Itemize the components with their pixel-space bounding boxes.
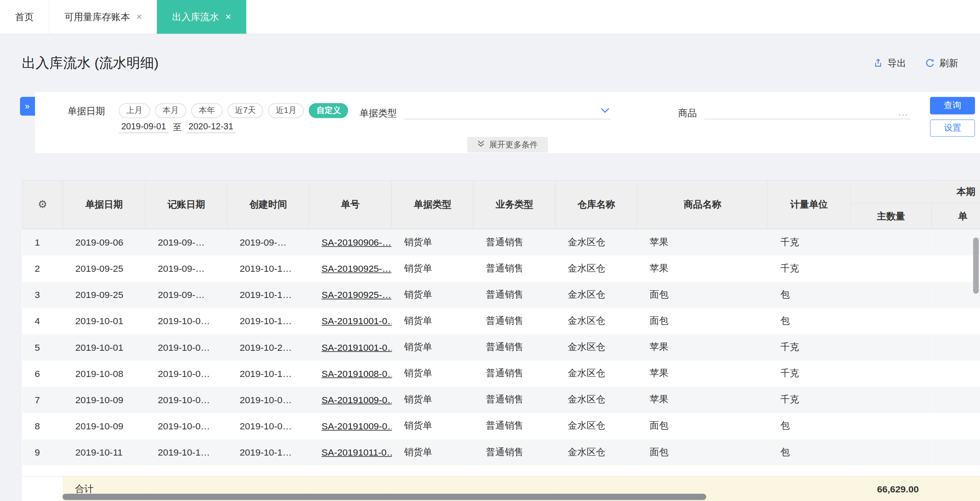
export-button[interactable]: 导出 bbox=[873, 57, 906, 69]
cell-created: 2019-10-1… bbox=[227, 255, 309, 282]
cell-product: 苹果 bbox=[637, 334, 768, 360]
cell-main-qty bbox=[850, 282, 931, 308]
tab[interactable]: 首页 bbox=[0, 0, 49, 34]
date-from-input[interactable]: 2019-09-01 bbox=[119, 121, 169, 133]
row-number: 3 bbox=[22, 282, 63, 308]
cell-warehouse: 金水区仓 bbox=[555, 255, 637, 282]
header-actions: 导出 刷新 bbox=[873, 57, 958, 69]
settings-button[interactable]: 设置 bbox=[930, 120, 975, 137]
cell-biz-type: 普通销售 bbox=[474, 386, 555, 413]
doc-no-link[interactable]: SA-20190925-… bbox=[322, 263, 392, 274]
cell-doc-no: SA-20190925-… bbox=[309, 282, 392, 308]
collapse-filter-button[interactable]: » bbox=[20, 97, 35, 116]
cell-doc-no: SA-20191009-0… bbox=[309, 413, 392, 439]
column-header-main-qty[interactable]: 主数量 bbox=[850, 203, 931, 229]
cell-warehouse: 金水区仓 bbox=[555, 439, 637, 465]
table-row[interactable]: 5 2019-10-01 2019-10-0… 2019-10-2… SA-20… bbox=[22, 334, 980, 360]
cell-created: 2019-10-0… bbox=[227, 413, 309, 439]
horizontal-scrollbar-thumb[interactable] bbox=[63, 494, 707, 500]
cell-doc-no: SA-20191001-0… bbox=[309, 334, 392, 360]
doc-date-filter-label: 单据日期 bbox=[68, 106, 105, 117]
cell-book-date: 2019-09-… bbox=[145, 282, 227, 308]
column-header-doc-no[interactable]: 单号 bbox=[309, 180, 392, 229]
cell-doc-date: 2019-10-11 bbox=[63, 439, 145, 465]
flow-table: ⚙ 单据日期 记账日期 创建时间 单号 单据类型 业务类型 仓库名称 商品名称 … bbox=[22, 180, 980, 465]
cell-product: 苹果 bbox=[637, 229, 768, 255]
cell-created: 2019-10-2… bbox=[227, 334, 309, 360]
cell-doc-date: 2019-10-01 bbox=[63, 308, 145, 334]
tab-close-icon[interactable]: × bbox=[225, 12, 231, 22]
table-row[interactable]: 4 2019-10-01 2019-10-0… 2019-10-1… SA-20… bbox=[22, 308, 980, 334]
column-header-biz-type[interactable]: 业务类型 bbox=[474, 180, 555, 229]
custom-range-pill[interactable]: 自定义 bbox=[309, 103, 348, 118]
column-header-unit-clipped[interactable]: 单 bbox=[932, 203, 980, 229]
quick-range-pill[interactable]: 本月 bbox=[155, 103, 186, 118]
doc-no-link[interactable]: SA-20191001-0… bbox=[322, 342, 392, 352]
gear-icon[interactable]: ⚙ bbox=[38, 199, 47, 211]
cell-doc-no: SA-20191008-0… bbox=[309, 360, 392, 386]
cell-book-date: 2019-10-1… bbox=[145, 439, 227, 465]
cell-book-date: 2019-10-0… bbox=[145, 334, 227, 360]
cell-doc-type: 销货单 bbox=[392, 360, 474, 386]
doc-no-link[interactable]: SA-20191008-0… bbox=[322, 368, 392, 379]
horizontal-scrollbar[interactable] bbox=[22, 494, 980, 500]
cell-warehouse: 金水区仓 bbox=[555, 360, 637, 386]
refresh-button[interactable]: 刷新 bbox=[925, 57, 958, 69]
doc-no-link[interactable]: SA-20190906-… bbox=[322, 237, 392, 248]
column-header-doc-date[interactable]: 单据日期 bbox=[63, 180, 145, 229]
cell-warehouse: 金水区仓 bbox=[555, 413, 637, 439]
query-button[interactable]: 查询 bbox=[930, 97, 975, 115]
table-row[interactable]: 8 2019-10-09 2019-10-0… 2019-10-0… SA-20… bbox=[22, 413, 980, 439]
doc-no-link[interactable]: SA-20191001-0… bbox=[322, 316, 392, 326]
tab[interactable]: 出入库流水 × bbox=[157, 0, 246, 34]
table-row[interactable]: 9 2019-10-11 2019-10-1… 2019-10-1… SA-20… bbox=[22, 439, 980, 465]
cell-doc-no: SA-20190925-… bbox=[309, 255, 392, 282]
cell-main-qty bbox=[850, 360, 931, 386]
table-row[interactable]: 3 2019-09-25 2019-09-… 2019-10-1… SA-201… bbox=[22, 282, 980, 308]
product-input[interactable]: ... bbox=[705, 104, 911, 120]
column-header-unit[interactable]: 计量单位 bbox=[768, 180, 851, 229]
cell-unit: 千克 bbox=[768, 334, 851, 360]
vertical-scrollbar[interactable] bbox=[973, 230, 979, 492]
quick-range-pill[interactable]: 近7天 bbox=[228, 103, 263, 118]
expand-more-button[interactable]: 展开更多条件 bbox=[467, 137, 548, 152]
cell-created: 2019-10-1… bbox=[227, 439, 309, 465]
cell-unit: 千克 bbox=[768, 255, 851, 282]
column-header-doc-type[interactable]: 单据类型 bbox=[392, 180, 474, 229]
chevron-down-icon[interactable] bbox=[601, 104, 609, 115]
tab-close-icon[interactable]: × bbox=[136, 12, 142, 22]
column-header-created[interactable]: 创建时间 bbox=[227, 180, 309, 229]
cell-doc-type: 销货单 bbox=[392, 413, 474, 439]
column-header-product[interactable]: 商品名称 bbox=[637, 180, 768, 229]
quick-range-pill[interactable]: 本年 bbox=[191, 103, 222, 118]
doc-no-link[interactable]: SA-20191011-0… bbox=[322, 447, 392, 458]
table-row[interactable]: 2 2019-09-25 2019-09-… 2019-10-1… SA-201… bbox=[22, 255, 980, 282]
doc-no-link[interactable]: SA-20190925-… bbox=[322, 289, 392, 300]
doc-no-link[interactable]: SA-20191009-0… bbox=[322, 421, 392, 431]
doc-no-link[interactable]: SA-20191009-0… bbox=[322, 394, 392, 405]
cell-biz-type: 普通销售 bbox=[474, 255, 555, 282]
cell-doc-type: 销货单 bbox=[392, 308, 474, 334]
table-row[interactable]: 6 2019-10-08 2019-10-0… 2019-10-1… SA-20… bbox=[22, 360, 980, 386]
double-chevron-down-icon bbox=[477, 140, 485, 149]
table-row[interactable]: 1 2019-09-06 2019-09-… 2019-09-… SA-2019… bbox=[22, 229, 980, 255]
cell-book-date: 2019-10-0… bbox=[145, 386, 227, 413]
product-more-button[interactable]: ... bbox=[899, 107, 908, 117]
column-header-warehouse[interactable]: 仓库名称 bbox=[555, 180, 637, 229]
cell-main-qty bbox=[850, 413, 931, 439]
quick-range-pill[interactable]: 上月 bbox=[119, 103, 150, 118]
cell-book-date: 2019-09-… bbox=[145, 229, 227, 255]
table-row[interactable]: 7 2019-10-09 2019-10-0… 2019-10-0… SA-20… bbox=[22, 386, 980, 413]
cell-doc-date: 2019-09-25 bbox=[63, 255, 145, 282]
cell-biz-type: 普通销售 bbox=[474, 229, 555, 255]
product-label: 商品 bbox=[678, 108, 697, 120]
vertical-scrollbar-thumb[interactable] bbox=[973, 237, 979, 293]
date-to-input[interactable]: 2020-12-31 bbox=[186, 121, 236, 133]
cell-unit: 千克 bbox=[768, 229, 851, 255]
doc-type-select[interactable] bbox=[404, 104, 611, 120]
page-title: 出入库流水 (流水明细) bbox=[22, 54, 158, 72]
tab[interactable]: 可用量库存账本 × bbox=[49, 0, 157, 34]
column-header-book-date[interactable]: 记账日期 bbox=[145, 180, 227, 229]
quick-range-pill[interactable]: 近1月 bbox=[268, 103, 304, 118]
cell-product: 苹果 bbox=[637, 360, 768, 386]
